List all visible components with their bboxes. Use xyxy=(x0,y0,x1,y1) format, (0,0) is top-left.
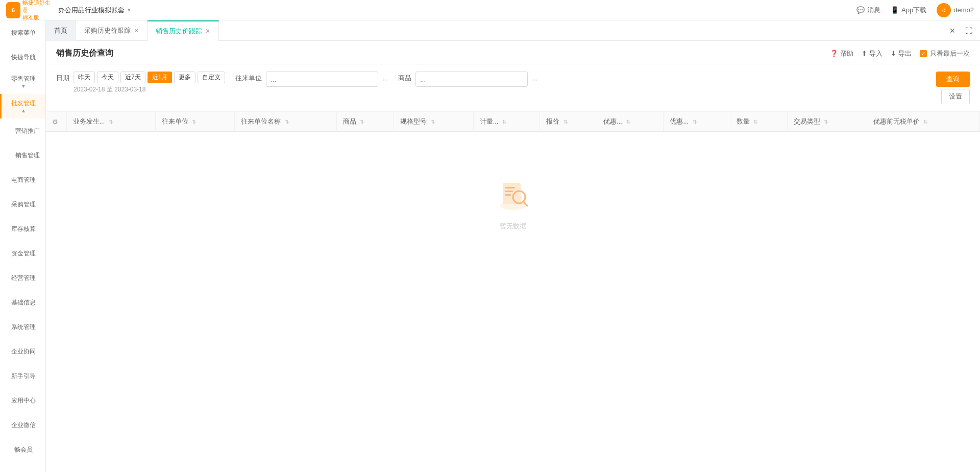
message-button[interactable]: 💬 消息 xyxy=(856,6,880,15)
sidebar-item-wholesale-mgmt[interactable]: 批发管理 ▲ xyxy=(0,94,45,119)
sort-icon: ⇅ xyxy=(285,119,289,125)
sort-icon: ⇅ xyxy=(693,119,697,125)
avatar: d xyxy=(937,3,951,17)
sidebar-item-vip-member[interactable]: 畅会员 xyxy=(0,437,45,462)
sidebar-item-biz-mgmt[interactable]: 经营管理 xyxy=(0,266,45,290)
import-button[interactable]: ⬆ 导入 xyxy=(862,49,883,58)
sort-icon: ⇅ xyxy=(824,119,828,125)
sidebar-item-enterprise-collab[interactable]: 企业协同 xyxy=(0,339,45,364)
sidebar-label: 采购管理 xyxy=(11,200,36,209)
partner-input[interactable] xyxy=(266,72,378,87)
help-button[interactable]: ❓ 帮助 xyxy=(830,49,853,58)
table-settings-icon[interactable]: ⚙ xyxy=(52,118,58,126)
date-filter: 昨天 今天 近7天 近1月 更多 自定义 2023-02-18 至 2023-0… xyxy=(74,72,225,94)
only-last-checkbox[interactable] xyxy=(920,50,927,57)
today-btn[interactable]: 今天 xyxy=(97,72,118,83)
product-input-group: ··· xyxy=(415,72,537,87)
sidebar-item-beginner-guide[interactable]: 新手引导 xyxy=(0,364,45,388)
sidebar-item-enterprise-wechat[interactable]: 企业微信 xyxy=(0,413,45,437)
tab-bar: 首页 采购历史价跟踪 ✕ 销售历史价跟踪 ✕ ✕ ⛶ xyxy=(46,20,980,41)
sidebar-label: 经营管理 xyxy=(11,274,36,282)
sidebar-item-inventory[interactable]: 库存核算 xyxy=(0,217,45,241)
chevron-down-icon: ▾ xyxy=(128,7,131,13)
sidebar-label: 企业微信 xyxy=(11,421,36,430)
sidebar-item-retail-mgmt[interactable]: 零售管理 ▼ xyxy=(0,69,45,94)
more-date-btn[interactable]: 更多 xyxy=(174,72,195,83)
table-container: ⚙ 业务发生... ⇅ 往来单位 ⇅ 往来单位名称 xyxy=(46,112,980,272)
empty-text: 暂无数据 xyxy=(500,222,526,231)
yesterday-btn[interactable]: 昨天 xyxy=(74,72,95,83)
sidebar-item-finance-mgmt[interactable]: 资金管理 xyxy=(0,241,45,266)
sidebar-item-sales-mgmt[interactable]: 销售管理 xyxy=(0,143,45,168)
maximize-button[interactable]: ⛶ xyxy=(963,25,975,37)
th-pretax-price: 优惠前无税单价 ⇅ xyxy=(867,112,979,132)
partner-label: 往来单位 xyxy=(235,72,262,83)
page-header: 销售历史价查询 ❓ 帮助 ⬆ 导入 ⬇ 导出 xyxy=(46,41,980,64)
svg-rect-5 xyxy=(505,191,513,192)
sort-icon: ⇅ xyxy=(192,119,196,125)
sidebar-label: 零售管理 xyxy=(11,75,36,83)
close-sales-tab-icon[interactable]: ✕ xyxy=(205,28,210,34)
sidebar-item-search-menu[interactable]: 搜索菜单 xyxy=(0,20,45,45)
product-more-btn[interactable]: ··· xyxy=(532,76,537,83)
partner-more-btn[interactable]: ··· xyxy=(382,76,388,83)
logo-text: 畅捷通好生意 标准版 xyxy=(22,0,52,21)
purchase-history-tab-label: 采购历史价跟踪 xyxy=(84,26,131,35)
user-avatar[interactable]: d demo2 xyxy=(937,3,974,17)
sort-icon: ⇅ xyxy=(360,119,364,125)
empty-state: 暂无数据 xyxy=(46,132,980,272)
sidebar-label: 基础信息 xyxy=(11,298,36,307)
app-download-button[interactable]: 📱 App下载 xyxy=(891,6,926,15)
tab-purchase-history[interactable]: 采购历史价跟踪 ✕ xyxy=(76,20,148,41)
svg-rect-4 xyxy=(505,187,515,188)
content-area: 首页 采购历史价跟踪 ✕ 销售历史价跟踪 ✕ ✕ ⛶ 销售历史价查询 xyxy=(46,20,980,472)
th-settings[interactable]: ⚙ xyxy=(46,112,66,132)
sidebar-label: 快捷导航 xyxy=(11,53,36,62)
date-buttons: 昨天 今天 近7天 近1月 更多 自定义 xyxy=(74,72,225,83)
last7days-btn[interactable]: 近7天 xyxy=(120,72,145,83)
product-input[interactable] xyxy=(415,72,528,87)
export-button[interactable]: ⬇ 导出 xyxy=(891,49,912,58)
sidebar-item-quick-nav[interactable]: 快捷导航 xyxy=(0,45,45,69)
sidebar-item-marketing[interactable]: 营销推广 xyxy=(0,119,45,143)
sidebar-item-app-center[interactable]: 应用中心 xyxy=(0,388,45,413)
th-discount1: 优惠... ⇅ xyxy=(597,112,664,132)
sidebar-label: 批发管理 xyxy=(11,99,36,108)
th-spec: 规格型号 ⇅ xyxy=(394,112,473,132)
svg-rect-6 xyxy=(505,194,511,196)
date-label: 日期 xyxy=(56,72,69,83)
sort-icon: ⇅ xyxy=(109,119,113,125)
sidebar-label: 系统管理 xyxy=(11,323,36,332)
sort-icon: ⇅ xyxy=(564,119,568,125)
th-unit: 计量... ⇅ xyxy=(473,112,540,132)
filter-right-actions: 查询 设置 xyxy=(936,72,970,104)
partner-input-group: ··· xyxy=(266,72,388,87)
tab-home[interactable]: 首页 xyxy=(46,20,76,41)
th-partner-name: 往来单位名称 ⇅ xyxy=(235,112,337,132)
close-purchase-tab-icon[interactable]: ✕ xyxy=(134,28,139,34)
query-button[interactable]: 查询 xyxy=(936,72,970,87)
date-range-text: 2023-02-18 至 2023-03-18 xyxy=(74,85,225,94)
sidebar-item-purchase-mgmt[interactable]: 采购管理 xyxy=(0,192,45,217)
sidebar-item-system-mgmt[interactable]: 系统管理 xyxy=(0,315,45,339)
company-selector[interactable]: 办公用品行业模拟账套 ▾ xyxy=(58,6,131,15)
sidebar-label: 企业协同 xyxy=(11,347,36,356)
close-all-tabs-button[interactable]: ✕ xyxy=(946,25,959,37)
top-bar: 6 畅捷通好生意 标准版 办公用品行业模拟账套 ▾ 💬 消息 📱 App下载 d… xyxy=(0,0,980,20)
sidebar-label: 搜索菜单 xyxy=(11,29,36,37)
logo: 6 畅捷通好生意 标准版 xyxy=(6,0,52,21)
sidebar-item-ecommerce-mgmt[interactable]: 电商管理 xyxy=(0,168,45,192)
custom-date-btn[interactable]: 自定义 xyxy=(198,72,225,83)
sort-icon: ⇅ xyxy=(431,119,435,125)
settings-button[interactable]: 设置 xyxy=(941,89,970,104)
last1month-btn[interactable]: 近1月 xyxy=(148,72,173,83)
chevron-down-icon: ▼ xyxy=(21,83,26,89)
only-last-checkbox-group[interactable]: 只看最后一次 xyxy=(920,49,970,58)
message-icon: 💬 xyxy=(856,6,865,14)
top-bar-actions: 💬 消息 📱 App下载 d demo2 xyxy=(856,3,974,17)
sidebar-item-basic-info[interactable]: 基础信息 xyxy=(0,290,45,315)
logo-icon: 6 xyxy=(6,2,20,18)
sidebar: 搜索菜单 快捷导航 零售管理 ▼ 批发管理 ▲ 营销推广 销售管理 电商管理 采… xyxy=(0,20,46,472)
tab-sales-history[interactable]: 销售历史价跟踪 ✕ xyxy=(148,20,219,41)
svg-rect-3 xyxy=(503,183,521,204)
